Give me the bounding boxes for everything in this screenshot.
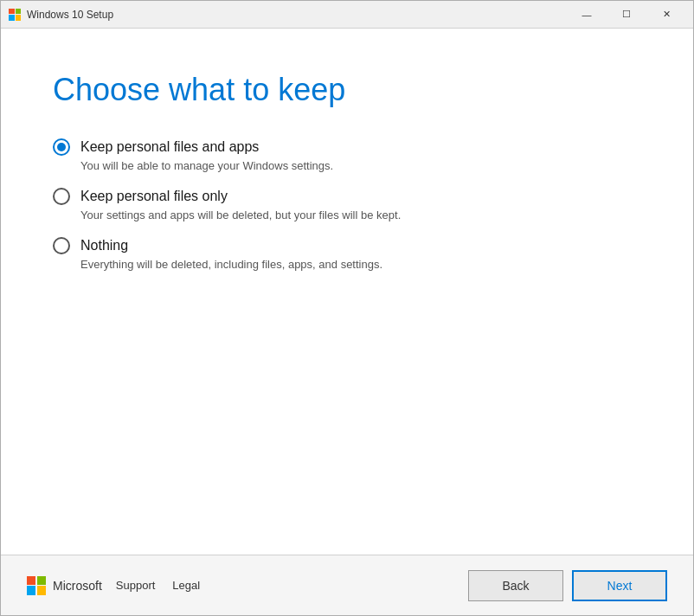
option-keep-all-label[interactable]: Keep personal files and apps	[53, 138, 641, 156]
option-nothing-desc: Everything will be deleted, including fi…	[80, 258, 641, 271]
window: Windows 10 Setup — ☐ ✕ Choose what to ke…	[0, 0, 694, 616]
ms-logo-squares	[27, 576, 46, 595]
radio-keep-all-fill	[57, 143, 66, 151]
option-nothing-text: Nothing	[80, 238, 128, 253]
main-content: Choose what to keep Keep personal files …	[1, 29, 693, 555]
minimize-button[interactable]: —	[567, 1, 607, 29]
option-keep-files-desc: Your settings and apps will be deleted, …	[80, 209, 641, 221]
back-button[interactable]: Back	[468, 570, 563, 601]
maximize-button[interactable]: ☐	[607, 1, 646, 29]
close-button[interactable]: ✕	[646, 1, 686, 29]
window-controls: — ☐ ✕	[567, 1, 686, 29]
option-keep-all: Keep personal files and apps You will be…	[53, 138, 641, 172]
option-keep-files-text: Keep personal files only	[80, 189, 228, 204]
app-icon	[8, 8, 22, 22]
support-link[interactable]: Support	[116, 579, 156, 592]
option-keep-all-desc: You will be able to manage your Windows …	[80, 159, 641, 172]
footer: Microsoft Support Legal Back Next	[1, 555, 693, 615]
option-keep-files-label[interactable]: Keep personal files only	[53, 188, 641, 205]
page-title: Choose what to keep	[53, 72, 641, 108]
option-nothing-label[interactable]: Nothing	[53, 237, 641, 254]
footer-buttons: Back Next	[468, 570, 667, 601]
microsoft-logo: Microsoft	[27, 576, 102, 595]
options-list: Keep personal files and apps You will be…	[53, 138, 641, 286]
radio-keep-files[interactable]	[53, 188, 70, 205]
footer-links: Support Legal	[116, 579, 200, 592]
option-keep-all-text: Keep personal files and apps	[80, 139, 259, 155]
radio-keep-all[interactable]	[53, 138, 70, 156]
option-keep-files: Keep personal files only Your settings a…	[53, 188, 641, 221]
option-nothing: Nothing Everything will be deleted, incl…	[53, 237, 641, 271]
legal-link[interactable]: Legal	[172, 579, 200, 592]
radio-nothing[interactable]	[53, 237, 70, 254]
titlebar: Windows 10 Setup — ☐ ✕	[1, 1, 693, 29]
titlebar-title: Windows 10 Setup	[27, 9, 567, 21]
next-button[interactable]: Next	[572, 570, 667, 601]
microsoft-label: Microsoft	[53, 579, 102, 593]
